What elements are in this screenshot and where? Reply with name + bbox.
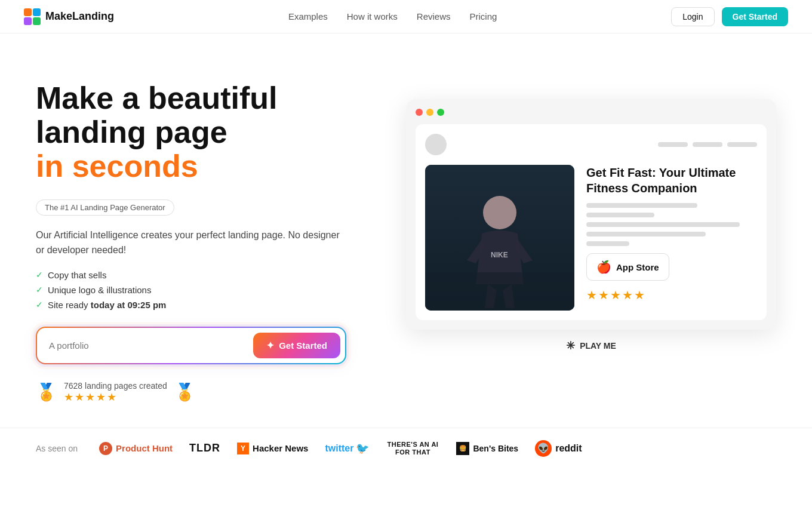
hero-left: Make a beautiful landing page in seconds… <box>36 69 346 404</box>
app-store-button[interactable]: 🍎 App Store <box>586 253 669 281</box>
laurel-left: 🏅 <box>36 382 57 402</box>
mock-content-title: Get Fit Fast: Your Ultimate Fitness Comp… <box>586 165 757 196</box>
mock-nav-line <box>693 142 722 147</box>
svg-point-5 <box>483 196 516 229</box>
svg-rect-1 <box>33 8 41 16</box>
hero-title: Make a beautiful landing page in seconds <box>36 81 346 184</box>
ph-icon: P <box>99 442 112 455</box>
hero-features: ✓ Copy that sells ✓ Unique logo & illust… <box>36 270 346 310</box>
pages-created: 7628 landing pages created <box>64 381 167 391</box>
mock-rating-stars: ★★★★★ <box>586 288 757 302</box>
brand-twitter: twitter 🐦 <box>325 442 369 455</box>
stats-row: 🏅 7628 landing pages created ★★★★★ 🏅 <box>36 381 346 404</box>
svg-rect-3 <box>33 17 41 25</box>
play-me-button[interactable]: ✳ PLAY ME <box>566 339 616 352</box>
brand-logos: P Product Hunt TLDR Y Hacker News twitte… <box>99 440 582 457</box>
mock-nav-line <box>658 142 688 147</box>
svg-rect-2 <box>24 17 32 25</box>
bens-icon: 🍔 <box>456 442 469 455</box>
browser-mock: NIKE Get Fit Fast: Your Ultimate Fitness… <box>406 99 776 330</box>
feature-logo: ✓ Unique logo & illustrations <box>36 285 346 295</box>
check-icon: ✓ <box>36 270 43 279</box>
hero-title-line1: Make a beautiful landing page <box>36 81 278 149</box>
twitter-label: twitter <box>325 443 353 454</box>
mock-nav-line <box>727 142 757 147</box>
brand-hacker-news: Y Hacker News <box>237 443 308 454</box>
apple-icon: 🍎 <box>596 260 611 274</box>
sparkle-icon: ✦ <box>266 340 274 351</box>
rating-stars: ★★★★★ <box>64 391 167 404</box>
mock-content-lines <box>586 203 757 246</box>
mock-header <box>425 134 757 155</box>
laurel-right: 🏅 <box>174 382 195 402</box>
play-me-section: ✳ PLAY ME <box>406 339 776 352</box>
dot-green <box>437 109 444 116</box>
as-seen-row: As seen on P Product Hunt TLDR Y Hacker … <box>36 440 776 457</box>
logo-text: MakeLanding <box>45 10 114 23</box>
play-spinner-icon: ✳ <box>566 339 575 352</box>
as-seen-label: As seen on <box>36 444 78 453</box>
hero-badge: The #1 AI Landing Page Generator <box>36 199 174 216</box>
hn-label: Hacker News <box>253 443 308 453</box>
nav-link-reviews[interactable]: Reviews <box>417 11 451 21</box>
hero-wrapper: "Mobile App for a Workout Program" <box>406 99 776 352</box>
login-button[interactable]: Login <box>671 7 714 26</box>
mock-info: Get Fit Fast: Your Ultimate Fitness Comp… <box>586 165 757 311</box>
nav-links: Examples How it works Reviews Pricing <box>288 11 497 21</box>
fitness-image: NIKE <box>425 165 574 311</box>
site-description-input[interactable] <box>49 340 247 351</box>
brand-tldr: TLDR <box>189 442 220 454</box>
mock-logo-placeholder <box>425 134 447 155</box>
ai-for-that-label: THERE'S AN AI FOR THAT <box>386 441 439 456</box>
brand-product-hunt: P Product Hunt <box>99 442 173 455</box>
get-started-hero-button[interactable]: ✦ Get Started <box>253 333 340 358</box>
brand-bens-bites: 🍔 Ben's Bites <box>456 442 518 455</box>
browser-bar <box>416 109 767 116</box>
reddit-label: reddit <box>555 443 582 454</box>
hn-icon: Y <box>237 443 249 454</box>
input-row: ✦ Get Started <box>36 327 346 364</box>
nav-link-how-it-works[interactable]: How it works <box>347 11 398 21</box>
bens-label: Ben's Bites <box>473 444 518 453</box>
svg-rect-0 <box>24 8 32 16</box>
logo[interactable]: MakeLanding <box>24 8 114 25</box>
check-icon: ✓ <box>36 300 43 309</box>
mock-nav-lines <box>658 142 757 147</box>
hero-right: "Mobile App for a Workout Program" <box>406 69 776 352</box>
check-icon: ✓ <box>36 285 43 294</box>
nav-actions: Login Get Started <box>671 7 788 26</box>
reddit-icon: 👽 <box>535 440 552 457</box>
browser-content: NIKE Get Fit Fast: Your Ultimate Fitness… <box>416 124 767 320</box>
dot-yellow <box>426 109 433 116</box>
brand-reddit: 👽 reddit <box>535 440 582 457</box>
nav-link-pricing[interactable]: Pricing <box>469 11 497 21</box>
nav-link-examples[interactable]: Examples <box>288 11 328 21</box>
site-ready-time: today at 09:25 pm <box>91 300 167 310</box>
ph-label: Product Hunt <box>116 443 173 453</box>
logo-icon <box>24 8 41 25</box>
navbar: MakeLanding Examples How it works Review… <box>0 0 812 33</box>
twitter-bird-icon: 🐦 <box>356 442 369 455</box>
svg-text:NIKE: NIKE <box>491 251 508 259</box>
hero-description: Our Artificial Intelligence creates your… <box>36 228 346 258</box>
tldr-label: TLDR <box>189 442 220 454</box>
svg-rect-7 <box>425 272 574 311</box>
brand-ai-for-that: THERE'S AN AI FOR THAT <box>386 441 439 456</box>
feature-copy: ✓ Copy that sells <box>36 270 346 280</box>
dot-red <box>416 109 423 116</box>
hero-title-accent: in seconds <box>36 149 346 183</box>
hero-section: Make a beautiful landing page in seconds… <box>0 33 812 428</box>
feature-site-ready: ✓ Site ready today at 09:25 pm <box>36 300 346 310</box>
get-started-nav-button[interactable]: Get Started <box>722 7 788 26</box>
mock-body: NIKE Get Fit Fast: Your Ultimate Fitness… <box>425 165 757 311</box>
as-seen-on-section: As seen on P Product Hunt TLDR Y Hacker … <box>0 428 812 481</box>
